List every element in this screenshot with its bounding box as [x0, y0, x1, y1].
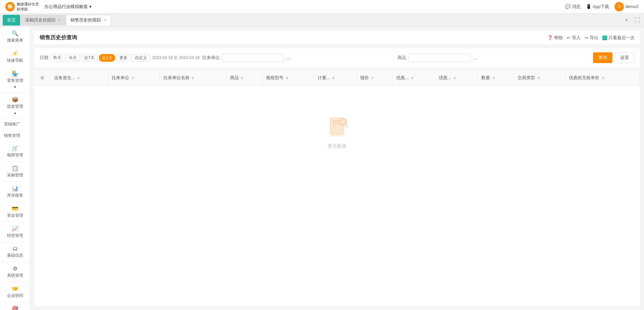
export-label: 导出: [590, 35, 598, 41]
date-btn-custom[interactable]: 自定义: [132, 54, 150, 62]
page-title-bar: 销售历史价查询 ❓ 帮助 ↩ 导入 ↪ 导出 ✓: [34, 31, 640, 45]
close-tab-action[interactable]: ×: [623, 16, 631, 24]
message-label: 消息: [572, 4, 581, 10]
sidebar-search-label: 搜索菜单: [7, 38, 23, 43]
header-left: 畅 畅捷通好生意 标准版 办公用品行业模拟账套 ▾: [5, 2, 94, 11]
user-action[interactable]: D demo2: [614, 2, 639, 11]
tab-purchase-history[interactable]: 采购历史价跟踪 ×: [21, 15, 65, 25]
workspace-selector[interactable]: 办公用品行业模拟账套 ▾: [42, 2, 94, 11]
partner-filter-group: 往来单位 ...: [202, 54, 395, 62]
th-partner-code[interactable]: 往来单位: [108, 70, 160, 86]
system-icon: ⚙: [13, 265, 17, 272]
sidebar-item-system[interactable]: ⚙ 系统管理: [0, 262, 30, 282]
sidebar-sub-marketing[interactable]: 营销推广: [0, 119, 30, 130]
empty-state: 暂无数据: [34, 86, 640, 176]
sidebar-operations-label: 经营管理: [7, 233, 23, 239]
sidebar-basic-label: 基础信息: [7, 253, 23, 258]
page-title-actions: ❓ 帮助 ↩ 导入 ↪ 导出 ✓ 只看最后一次: [547, 35, 635, 41]
th-unit[interactable]: 计量...: [314, 70, 357, 86]
tab-home[interactable]: 首页: [3, 15, 20, 25]
th-partner-name[interactable]: 往来单位名称: [160, 70, 226, 86]
checkbox-icon: ✓: [602, 36, 607, 40]
tab-sales-close[interactable]: ×: [103, 18, 106, 23]
tab-purchase-close[interactable]: ×: [58, 18, 61, 23]
data-table: ⚙ 业务发生... 往来单位: [34, 70, 640, 86]
export-icon: ↪: [585, 35, 588, 40]
partner-dots[interactable]: ...: [286, 55, 290, 61]
th-business-date[interactable]: 业务发生...: [51, 70, 108, 86]
fullscreen-action[interactable]: ⛶: [633, 16, 641, 24]
retail-icon: 🏪: [12, 70, 18, 77]
sidebar-item-basic[interactable]: 🗂 基础信息: [0, 242, 30, 262]
main-layout: 🔍 搜索菜单 ⚡ 快捷导航 🏪 零售管理 ▾ 📦 批发管理 ▴ 营销推广 销售管…: [0, 27, 644, 310]
date-filter-group: 日期 昨天 今天 近7天 近1月 更多 自定义 2023-02-18 至 202…: [40, 54, 200, 62]
table-container: ⚙ 业务发生... 往来单位: [34, 70, 640, 306]
sidebar-retail-label: 零售管理: [7, 78, 23, 84]
content-area: 销售历史价查询 ❓ 帮助 ↩ 导入 ↪ 导出 ✓: [30, 27, 644, 310]
sidebar-item-wholesale[interactable]: 📦 批发管理 ▴: [0, 93, 30, 119]
sidebar-system-label: 系统管理: [7, 273, 23, 278]
sidebar-marketing-label: 营销推广: [4, 122, 20, 126]
date-btn-today[interactable]: 今天: [66, 54, 80, 62]
th-product[interactable]: 商品: [226, 70, 263, 86]
th-pretax-price[interactable]: 优惠前无税单价: [566, 70, 640, 86]
wholesale-arrow-icon: ▴: [14, 110, 16, 115]
sidebar-item-finance[interactable]: 💳 资金管理: [0, 202, 30, 222]
download-app-action[interactable]: 📱 App下载: [586, 4, 609, 10]
sidebar-item-retail[interactable]: 🏪 零售管理 ▾: [0, 67, 30, 93]
th-discount2[interactable]: 优惠...: [435, 70, 478, 86]
guide-icon: 🎯: [12, 306, 18, 310]
sort-partner-name-icon: [192, 76, 194, 80]
sort-partner-code-icon: [131, 76, 134, 80]
th-quantity[interactable]: 数量: [478, 70, 514, 86]
help-action[interactable]: ❓ 帮助: [547, 35, 563, 41]
product-input[interactable]: [408, 54, 471, 62]
date-btn-yesterday[interactable]: 昨天: [50, 54, 64, 62]
sidebar-item-search[interactable]: 🔍 搜索菜单: [0, 27, 30, 47]
th-discount1[interactable]: 优惠...: [393, 70, 435, 86]
sidebar-item-guide[interactable]: 🎯 新手引导: [0, 302, 30, 310]
shortcuts-icon: ⚡: [12, 50, 18, 57]
sidebar-sub-sales[interactable]: 销售管理: [0, 130, 30, 142]
th-quoted-price[interactable]: 报价: [357, 70, 393, 86]
sidebar-enterprise-label: 企业协同: [7, 293, 23, 299]
settings-button[interactable]: 设置: [614, 52, 635, 63]
svg-point-0: [329, 134, 345, 137]
date-btn-more[interactable]: 更多: [116, 54, 130, 62]
svg-rect-3: [332, 123, 340, 124]
sidebar-ecommerce-label: 电商管理: [7, 152, 23, 158]
table-header-row: ⚙ 业务发生... 往来单位: [34, 70, 640, 86]
partner-input[interactable]: [222, 54, 284, 62]
sort-quantity-icon: [492, 76, 495, 80]
export-action[interactable]: ↪ 导出: [585, 35, 598, 41]
query-button[interactable]: 查询: [593, 52, 612, 63]
page-title: 销售历史价查询: [40, 34, 77, 41]
sidebar-purchase-label: 采购管理: [7, 172, 23, 178]
sidebar-item-ecommerce[interactable]: 🛒 电商管理: [0, 142, 30, 162]
sort-discount1-icon: [411, 76, 414, 80]
th-spec[interactable]: 规格型号: [263, 70, 314, 86]
only-last-checkbox[interactable]: ✓ 只看最后一次: [602, 35, 635, 41]
import-action[interactable]: ↩ 导入: [567, 35, 581, 41]
tab-bar-actions: × ⛶: [623, 16, 641, 24]
table-settings-btn[interactable]: ⚙: [38, 73, 47, 83]
date-btn-1month[interactable]: 近1月: [99, 54, 115, 62]
sidebar-item-operations[interactable]: 📈 经营管理: [0, 222, 30, 242]
sort-quoted-price-icon: [371, 76, 374, 80]
date-btn-7days[interactable]: 近7天: [81, 54, 98, 62]
message-action[interactable]: 💬 消息: [565, 4, 581, 10]
enterprise-icon: 🤝: [12, 286, 18, 292]
sidebar-item-inventory[interactable]: 📊 库存核算: [0, 182, 30, 202]
product-dots[interactable]: ...: [473, 55, 477, 61]
sidebar-item-enterprise[interactable]: 🤝 企业协同: [0, 282, 30, 302]
sidebar-item-shortcuts[interactable]: ⚡ 快捷导航: [0, 47, 30, 67]
th-trade-type[interactable]: 交易类型: [514, 70, 565, 86]
tab-sales-history[interactable]: 销售历史价跟踪 ×: [66, 15, 111, 25]
th-settings: ⚙: [34, 70, 51, 86]
user-avatar: D: [614, 2, 624, 11]
product-filter-group: 商品 ...: [397, 54, 590, 62]
date-label: 日期: [40, 55, 48, 61]
sidebar-item-purchase[interactable]: 📋 采购管理: [0, 162, 30, 182]
header-right: 💬 消息 📱 App下载 D demo2: [565, 2, 639, 11]
workspace-dropdown-icon: ▾: [89, 4, 92, 9]
